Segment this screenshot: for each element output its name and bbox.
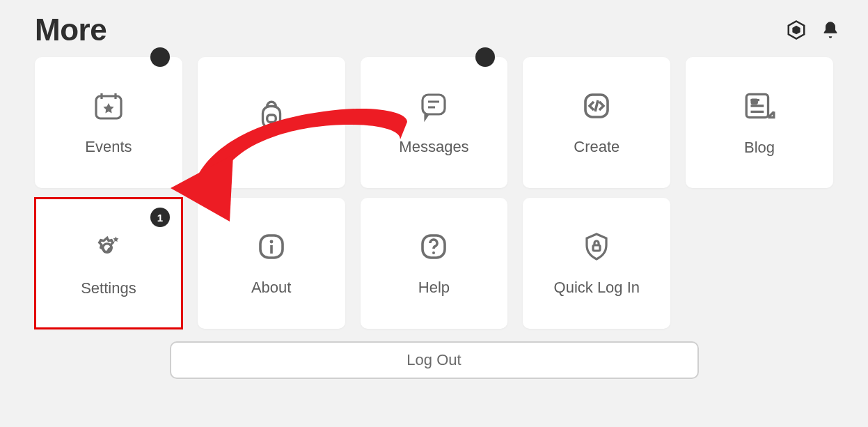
calendar-star-icon <box>92 89 125 123</box>
logout-wrap: Log Out <box>0 329 868 379</box>
header: More <box>0 0 868 54</box>
svg-rect-3 <box>262 107 280 128</box>
tile-about[interactable]: About <box>198 198 345 329</box>
news-icon <box>742 88 777 123</box>
tile-label: Events <box>85 138 132 156</box>
svg-rect-8 <box>751 99 758 104</box>
badge: 1 <box>150 208 170 227</box>
logout-button[interactable]: Log Out <box>170 341 699 379</box>
svg-rect-14 <box>593 245 600 251</box>
tile-create[interactable]: Create <box>523 57 670 188</box>
bell-icon[interactable] <box>821 20 840 40</box>
shield-lock-icon <box>580 230 613 263</box>
tile-label: Quick Log In <box>554 279 640 297</box>
message-icon <box>417 89 450 123</box>
tile-label: Blog <box>744 139 775 157</box>
tile-settings[interactable]: 1 Settings <box>35 198 182 329</box>
svg-marker-1 <box>792 26 800 35</box>
gear-icon <box>91 229 126 264</box>
info-icon <box>255 230 288 263</box>
tile-label: Create <box>574 138 620 156</box>
tile-help[interactable]: Help <box>361 198 508 329</box>
tile-label: Messages <box>399 138 468 156</box>
tile-label: Settings <box>81 279 136 297</box>
tile-grid-row-1: Events Messages C <box>0 54 868 188</box>
svg-point-11 <box>269 240 273 244</box>
tile-label: About <box>251 279 292 297</box>
header-icons <box>786 20 840 40</box>
code-icon <box>580 89 613 123</box>
tile-quick-login[interactable]: Quick Log In <box>523 198 670 329</box>
robux-icon[interactable] <box>786 20 807 40</box>
svg-rect-4 <box>267 115 276 122</box>
backpack-icon <box>254 98 289 132</box>
badge <box>150 47 170 67</box>
svg-point-13 <box>432 251 435 254</box>
svg-rect-5 <box>423 95 445 114</box>
empty-cell <box>686 198 833 329</box>
tile-grid-row-2: 1 Settings About Help <box>0 191 868 329</box>
tile-inventory[interactable] <box>198 57 345 188</box>
tile-label: Help <box>418 279 450 297</box>
badge <box>475 47 495 67</box>
question-icon <box>417 230 450 263</box>
tile-blog[interactable]: Blog <box>686 57 833 188</box>
page-title: More <box>35 13 106 47</box>
tile-events[interactable]: Events <box>35 57 182 188</box>
tile-messages[interactable]: Messages <box>361 57 508 188</box>
